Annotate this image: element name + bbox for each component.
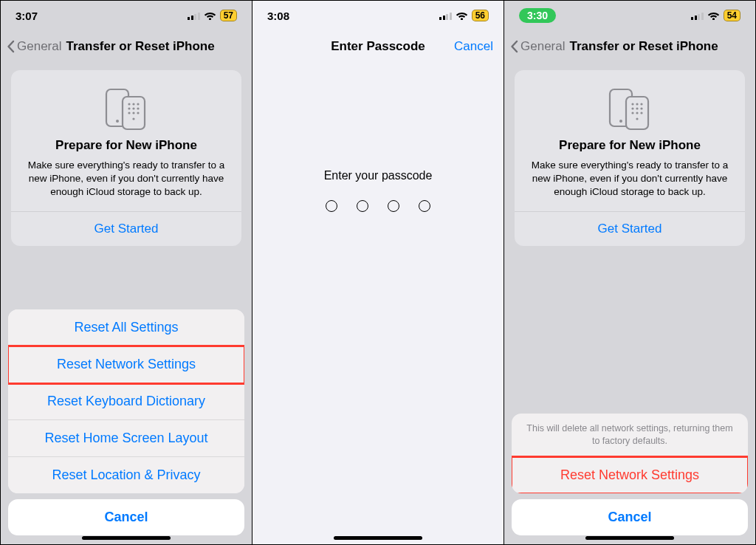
svg-point-19: [631, 107, 633, 109]
svg-point-11: [137, 112, 139, 114]
cellular-signal-icon: [188, 12, 200, 20]
prepare-card: Prepare for New iPhone Make sure everyth…: [11, 70, 241, 246]
nav-bar: General Transfer or Reset iPhone: [1, 30, 252, 63]
wifi-icon: [456, 11, 468, 20]
pass-dot: [388, 200, 399, 212]
passcode-prompt: Enter your passcode: [252, 169, 504, 182]
svg-point-3: [128, 103, 130, 105]
get-started-button[interactable]: Get Started: [515, 211, 745, 246]
back-label: General: [520, 39, 565, 54]
reset-home-screen-layout-button[interactable]: Reset Home Screen Layout: [8, 420, 244, 457]
get-started-button[interactable]: Get Started: [11, 211, 241, 246]
svg-point-24: [640, 112, 642, 114]
prepare-card: Prepare for New iPhone Make sure everyth…: [515, 70, 745, 246]
svg-point-1: [116, 120, 119, 123]
svg-point-12: [132, 117, 134, 120]
svg-point-22: [631, 112, 633, 114]
reset-action-sheet: Reset All Settings Reset Network Setting…: [8, 309, 244, 535]
card-body: Make sure everything's ready to transfer…: [24, 159, 228, 199]
cancel-button[interactable]: Cancel: [8, 499, 244, 535]
phone-migration-icon: [528, 83, 732, 131]
confirm-action-sheet: This will delete all network settings, r…: [512, 414, 748, 535]
screen-reset-options: 3:07 57 General Transfer or Reset iPhone: [1, 1, 252, 544]
home-indicator[interactable]: [585, 536, 674, 540]
reset-network-settings-button[interactable]: Reset Network Settings: [8, 346, 244, 383]
back-label: General: [17, 39, 61, 54]
card-title: Prepare for New iPhone: [24, 138, 228, 153]
battery-indicator: 54: [724, 10, 740, 21]
svg-point-25: [636, 117, 638, 120]
reset-all-settings-button[interactable]: Reset All Settings: [8, 309, 244, 346]
svg-point-21: [640, 107, 642, 109]
wifi-icon: [707, 11, 720, 20]
reset-location-privacy-button[interactable]: Reset Location & Privacy: [8, 457, 244, 493]
page-title: Transfer or Reset iPhone: [66, 39, 214, 54]
reset-keyboard-dictionary-button[interactable]: Reset Keyboard Dictionary: [8, 383, 244, 420]
svg-point-10: [132, 112, 134, 114]
wifi-icon: [204, 11, 216, 20]
svg-point-9: [128, 112, 130, 114]
svg-point-8: [137, 107, 139, 109]
nav-bar: General Transfer or Reset iPhone: [504, 30, 755, 63]
chevron-left-icon: [510, 40, 518, 53]
chevron-left-icon: [7, 40, 15, 53]
back-button[interactable]: General: [510, 39, 565, 54]
nav-bar: Enter Passcode Cancel: [252, 30, 504, 63]
passcode-dots[interactable]: [252, 200, 504, 212]
pass-dot: [326, 200, 337, 212]
status-time: 3:07: [16, 10, 38, 22]
home-indicator[interactable]: [82, 536, 171, 540]
screen-confirm-reset: 3:30 54 General Transfer or Reset iPhone: [504, 1, 755, 544]
status-bar: 3:07 57: [1, 1, 252, 30]
status-bar: 3:30 54: [504, 1, 755, 30]
home-indicator[interactable]: [334, 536, 422, 540]
screen-enter-passcode: 3:08 56 Enter Passcode Cancel Enter your…: [252, 1, 504, 544]
svg-point-4: [132, 103, 134, 105]
battery-indicator: 57: [220, 10, 237, 21]
svg-point-6: [128, 107, 130, 109]
svg-point-20: [636, 107, 638, 109]
pass-dot: [419, 200, 430, 212]
svg-point-5: [137, 103, 139, 105]
status-bar: 3:08 56: [252, 1, 504, 30]
svg-point-23: [636, 112, 638, 114]
status-time-pill[interactable]: 3:30: [519, 8, 556, 23]
cellular-signal-icon: [439, 12, 452, 20]
card-title: Prepare for New iPhone: [528, 138, 732, 153]
svg-point-7: [132, 107, 134, 109]
battery-indicator: 56: [472, 10, 489, 21]
confirm-reset-network-button[interactable]: Reset Network Settings: [512, 457, 748, 493]
status-time: 3:08: [267, 10, 289, 22]
page-title: Transfer or Reset iPhone: [569, 39, 718, 54]
svg-point-14: [619, 120, 622, 123]
cancel-button[interactable]: Cancel: [454, 39, 493, 54]
svg-point-17: [636, 103, 638, 105]
pass-dot: [357, 200, 368, 212]
cancel-button[interactable]: Cancel: [512, 499, 748, 535]
svg-point-18: [640, 103, 642, 105]
sheet-note: This will delete all network settings, r…: [512, 414, 748, 457]
phone-migration-icon: [24, 83, 228, 131]
cellular-signal-icon: [691, 12, 704, 20]
svg-point-16: [631, 103, 633, 105]
back-button[interactable]: General: [7, 39, 61, 54]
card-body: Make sure everything's ready to transfer…: [528, 159, 732, 199]
